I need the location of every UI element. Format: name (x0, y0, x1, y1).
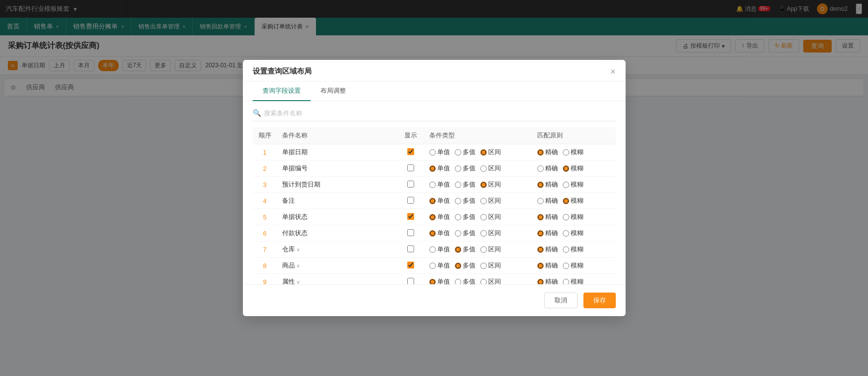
modal-tab-query-fields-label: 查询字段设置 (263, 87, 301, 94)
modal-close-button[interactable]: × (610, 67, 616, 76)
modal-tab-layout-label: 布局调整 (320, 87, 346, 94)
modal-tab-query-fields[interactable]: 查询字段设置 (253, 81, 311, 101)
modal-title: 设置查询区域布局 (253, 67, 312, 76)
modal-overlay: 设置查询区域布局 × 查询字段设置 布局调整 🔍 (0, 0, 868, 101)
settings-modal: 设置查询区域布局 × 查询字段设置 布局调整 🔍 (243, 60, 626, 101)
modal-tab-layout[interactable]: 布局调整 (311, 81, 356, 101)
modal-tabs: 查询字段设置 布局调整 (243, 81, 626, 101)
modal-header: 设置查询区域布局 × (243, 60, 626, 81)
